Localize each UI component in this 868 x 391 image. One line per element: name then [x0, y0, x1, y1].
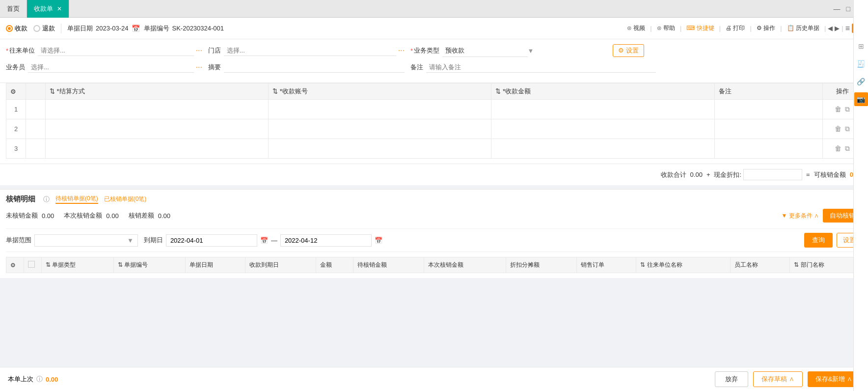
settlement-header[interactable]: ⇅ *结算方式 — [46, 84, 269, 100]
query-btn[interactable]: 查询 — [804, 233, 833, 248]
header-checkbox[interactable] — [28, 261, 35, 268]
account-header[interactable]: ⇅ *收款账号 — [269, 84, 491, 100]
staff-more-btn[interactable]: ··· — [196, 63, 202, 72]
vdoc-no-header[interactable]: ⇅ 单据编号 — [113, 257, 186, 273]
more-conditions-btn[interactable]: ▼ 更多条件 ∧ — [781, 212, 819, 220]
form-row-2: 业务员 ··· 摘要 备注 — [6, 62, 862, 73]
discount-input[interactable] — [743, 169, 802, 180]
store-field: 门店 ··· — [208, 45, 405, 56]
summary-input[interactable] — [224, 62, 405, 73]
abandon-btn[interactable]: 放弃 — [715, 371, 748, 387]
row-3-account[interactable] — [269, 139, 491, 159]
date-from-label: 到期日 — [144, 236, 163, 245]
row-3-note[interactable] — [714, 139, 822, 159]
save-draft-btn[interactable]: 保存草稿 ∧ — [753, 371, 803, 387]
vgear-header[interactable]: ⚙ — [6, 257, 24, 273]
staff-input[interactable] — [28, 62, 194, 73]
section-info-icon[interactable]: ⓘ — [43, 195, 50, 204]
row-2-note[interactable] — [714, 119, 822, 139]
tab-receipt[interactable]: 收款单 ✕ — [27, 0, 69, 18]
history-btn[interactable]: 📋 历史单据 — [784, 23, 822, 33]
note-header: 备注 — [714, 84, 822, 100]
sidebar-table-icon[interactable]: ⊞ — [854, 39, 868, 53]
row-1-delete-icon[interactable]: 🗑 — [835, 105, 841, 113]
sidebar-link-icon[interactable]: 🔗 — [854, 75, 868, 88]
row-3-copy-icon[interactable]: ⧉ — [845, 144, 850, 152]
date-range-field: 到期日 📅 — 📅 — [144, 234, 382, 247]
vcurrent-header: 本次核销金额 — [424, 257, 506, 273]
range-select[interactable]: ▼ — [34, 234, 138, 247]
vdoc-date-header: 单据日期 — [186, 257, 245, 273]
row-1-account[interactable] — [269, 100, 491, 119]
operation-btn[interactable]: ⚙ 操作 — [754, 23, 778, 33]
date-to-calendar-icon[interactable]: 📅 — [375, 237, 382, 244]
summary-field: 摘要 — [208, 62, 405, 73]
print-btn[interactable]: 🖨 打印 — [723, 23, 748, 33]
sidebar-receipt-icon[interactable]: 🧾 — [854, 57, 868, 71]
tab-close-icon[interactable]: ✕ — [57, 5, 62, 12]
store-more-btn[interactable]: ··· — [398, 46, 405, 55]
row-1-note[interactable] — [714, 100, 822, 119]
bottom-bar: 本单上次 ⓘ 0.00 放弃 保存草稿 ∧ 保存&新增 ∧ — [0, 367, 868, 391]
number-value: SK-20230324-001 — [172, 25, 224, 32]
date-from-calendar-icon[interactable]: 📅 — [260, 237, 268, 244]
tab-home-label: 首页 — [7, 4, 20, 13]
counterpart-field: * 往来单位 ··· — [6, 45, 202, 56]
current-info-icon[interactable]: ⓘ — [36, 375, 43, 384]
row-1-num: 1 — [6, 100, 26, 119]
btype-value: 预收款 — [442, 45, 527, 57]
row-1-amount[interactable] — [491, 100, 714, 119]
vdoc-type-header[interactable]: ⇅ 单据类型 — [42, 257, 114, 273]
counterpart-input[interactable] — [38, 45, 194, 56]
counterpart-more-btn[interactable]: ··· — [196, 46, 202, 55]
help-btn[interactable]: ⊙ 帮助 — [654, 23, 678, 33]
radio-receipt[interactable]: 收款 — [6, 24, 27, 33]
row-2-copy-icon[interactable]: ⧉ — [845, 125, 850, 133]
date-calendar-icon[interactable]: 📅 — [132, 25, 140, 32]
store-input[interactable] — [224, 45, 396, 56]
plus-label: + — [706, 171, 710, 178]
radio-refund[interactable]: 退款 — [33, 24, 55, 33]
vcounterpart-header[interactable]: ⇅ 往来单位名称 — [636, 257, 730, 273]
row-3-settlement[interactable] — [46, 139, 269, 159]
range-label: 单据范围 — [6, 236, 31, 245]
current-value: 0.00 — [46, 376, 58, 383]
row-1-copy-icon[interactable]: ⧉ — [845, 105, 850, 113]
nav-next-icon[interactable]: ▶ — [835, 25, 840, 32]
row-2-account[interactable] — [269, 119, 491, 139]
btype-dropdown[interactable]: ▼ — [528, 47, 607, 55]
tab-receipt-label: 收款单 — [34, 4, 53, 13]
row-2-delete-icon[interactable]: 🗑 — [835, 125, 841, 133]
video-btn[interactable]: ⊙ 视频 — [624, 23, 648, 33]
maximize-icon[interactable]: □ — [844, 4, 852, 14]
settings-button[interactable]: ⚙ 设置 — [613, 44, 644, 57]
row-2-settlement[interactable] — [46, 119, 269, 139]
nav-prev-icon[interactable]: ◀ — [828, 25, 833, 32]
table-header-row: ⚙ ⇅ *结算方式 ⇅ *收款账号 ⇅ *收款金额 备注 操作 — [6, 84, 862, 100]
section-title: 核销明细 — [6, 195, 35, 204]
vcheckbox-header[interactable] — [24, 257, 42, 273]
shortcut-btn[interactable]: ⌨ 快捷键 — [683, 23, 717, 33]
date-field: 单据日期 2023-03-24 📅 — [67, 24, 140, 33]
pending-tab[interactable]: 待核销单据(0笔) — [55, 195, 98, 204]
note-input[interactable] — [426, 62, 656, 73]
note-field: 备注 — [410, 62, 656, 73]
gear-header[interactable]: ⚙ — [6, 84, 26, 100]
view-list-icon[interactable]: ≡ — [845, 24, 850, 33]
row-2-amount[interactable] — [491, 119, 714, 139]
save-new-btn[interactable]: 保存&新增 ∧ — [808, 371, 860, 387]
vamount-header: 金额 — [316, 257, 353, 273]
vdept-header[interactable]: ⇅ 部门名称 — [790, 257, 862, 273]
date-from-input[interactable] — [166, 234, 257, 247]
row-3-num: 3 — [6, 139, 26, 159]
date-to-input[interactable] — [280, 234, 372, 247]
amount-header[interactable]: ⇅ *收款金额 — [491, 84, 714, 100]
sidebar-camera-icon[interactable]: 📷 — [854, 92, 868, 106]
tab-home[interactable]: 首页 — [0, 0, 27, 18]
row-1-settlement[interactable] — [46, 100, 269, 119]
minimize-icon[interactable]: — — [832, 4, 842, 14]
row-3-amount[interactable] — [491, 139, 714, 159]
counterpart-label: 往来单位 — [9, 46, 35, 55]
completed-tab[interactable]: 已核销单据(0笔) — [104, 195, 147, 203]
row-3-delete-icon[interactable]: 🗑 — [835, 144, 841, 152]
